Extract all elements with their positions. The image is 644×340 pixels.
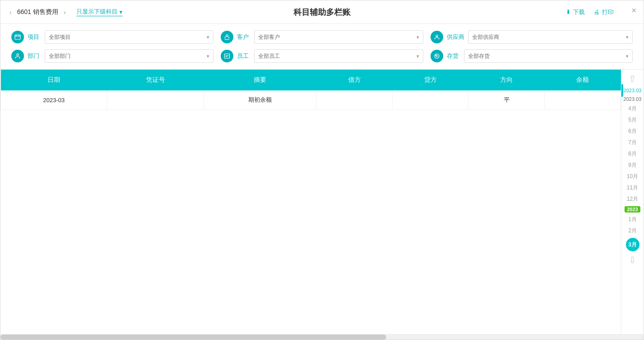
main-window: ‹ 6601 销售费用 › 只显示下级科目 ▾ 科目辅助多栏账 ⬇ 下载 🖨 打… (0, 0, 644, 340)
project-select[interactable]: 全部项目 ▾ (45, 30, 213, 44)
side-nav-month-2[interactable]: 2月 (627, 225, 638, 236)
cell-direction: 平 (469, 90, 545, 110)
cell-date: 2023-03 (1, 90, 107, 110)
side-nav-month-10[interactable]: 10月 (626, 171, 639, 182)
filter-department: 部门 全部部门 ▾ (8, 47, 217, 66)
side-nav-up-button[interactable]: ⇧ (621, 71, 644, 86)
print-label: 打印 (602, 8, 614, 16)
supplier-select[interactable]: 全部供应商 ▾ (468, 30, 633, 44)
department-arrow-icon: ▾ (207, 53, 209, 59)
department-icon (11, 50, 24, 62)
main-table: 日期 凭证号 摘要 借方 贷方 方向 余额 2023-03 期初余额 (0, 70, 621, 334)
show-sub-label: 只显示下级科目 (76, 8, 118, 16)
inventory-label: 存货 (447, 52, 460, 60)
side-nav-selected-period-1[interactable]: 2023.03 (623, 86, 643, 95)
customer-arrow-icon: ▾ (417, 34, 419, 40)
cell-summary: 期初余额 (204, 90, 316, 110)
download-button[interactable]: ⬇ 下载 (566, 8, 585, 16)
nav-prev-button[interactable]: ‹ (8, 8, 14, 17)
svg-point-4 (436, 35, 438, 37)
cell-voucher (107, 90, 204, 110)
side-nav-month-5[interactable]: 5月 (627, 114, 638, 126)
project-icon (11, 31, 24, 43)
col-credit: 贷方 (393, 70, 469, 90)
filter-inventory: 存货 全部存货 ▾ (427, 47, 636, 66)
side-nav-month-1[interactable]: 1月 (627, 214, 638, 225)
employee-arrow-icon: ▾ (417, 53, 419, 59)
col-direction: 方向 (469, 70, 545, 90)
side-nav-month-4[interactable]: 4月 (627, 103, 638, 114)
filter-supplier: 供应商 全部供应商 ▾ (427, 28, 636, 47)
nav-next-button[interactable]: › (62, 8, 68, 17)
filter-customer: 客户 全部客户 ▾ (217, 28, 426, 47)
department-select[interactable]: 全部部门 ▾ (45, 49, 213, 63)
side-nav-month-12[interactable]: 12月 (626, 194, 639, 205)
filter-project: 项目 全部项目 ▾ (8, 28, 217, 47)
close-button[interactable]: × (631, 6, 636, 15)
side-nav-month-9[interactable]: 9月 (627, 160, 638, 171)
cell-debit (316, 90, 392, 110)
inventory-select[interactable]: 全部存货 ▾ (464, 49, 633, 63)
employee-label: 员工 (237, 52, 251, 60)
inventory-value: 全部存货 (468, 52, 490, 60)
side-nav-period-2[interactable]: 2023.03 (623, 95, 643, 103)
scrollbar-thumb[interactable] (0, 335, 386, 340)
col-summary: 摘要 (204, 70, 316, 90)
cell-balance (545, 90, 620, 110)
project-value: 全部项目 (49, 33, 71, 41)
customer-select[interactable]: 全部客户 ▾ (254, 30, 423, 44)
title-right: ⬇ 下载 🖨 打印 (566, 8, 636, 16)
filter-area: 项目 全部项目 ▾ 客户 全部客户 ▾ (0, 24, 644, 70)
table-header-row: 日期 凭证号 摘要 借方 贷方 方向 余额 (1, 70, 621, 90)
side-navigation: ⇧ 2023.03 2023.03 4月 5月 6月 7月 8月 9月 10月 … (621, 70, 644, 334)
col-date: 日期 (1, 70, 107, 90)
print-button[interactable]: 🖨 打印 (594, 8, 614, 16)
title-left: ‹ 6601 销售费用 › 只显示下级科目 ▾ (8, 8, 123, 17)
side-nav-month-7[interactable]: 7月 (627, 137, 638, 148)
employee-value: 全部员工 (258, 52, 280, 60)
department-value: 全部部门 (49, 52, 71, 60)
table-row: 2023-03 期初余额 平 (1, 90, 621, 110)
side-nav-month-6[interactable]: 6月 (627, 126, 638, 137)
employee-select[interactable]: 全部员工 ▾ (254, 49, 423, 63)
ledger-table: 日期 凭证号 摘要 借方 贷方 方向 余额 2023-03 期初余额 (0, 70, 621, 110)
account-code: 6601 销售费用 (17, 8, 58, 16)
svg-rect-0 (15, 35, 20, 39)
employee-icon (221, 50, 233, 62)
supplier-value: 全部供应商 (472, 33, 499, 41)
supplier-arrow-icon: ▾ (626, 34, 629, 40)
side-nav-year-badge[interactable]: 2023 (625, 206, 640, 212)
col-voucher: 凭证号 (107, 70, 204, 90)
supplier-icon (431, 31, 443, 43)
page-title: 科目辅助多栏账 (294, 7, 350, 18)
side-nav-active-month[interactable]: 3月 (626, 238, 639, 251)
title-bar: ‹ 6601 销售费用 › 只显示下级科目 ▾ 科目辅助多栏账 ⬇ 下载 🖨 打… (0, 0, 644, 24)
project-arrow-icon: ▾ (207, 34, 209, 40)
horizontal-scrollbar[interactable] (0, 334, 644, 340)
side-nav-month-8[interactable]: 8月 (627, 148, 638, 160)
svg-point-5 (17, 54, 19, 56)
download-label: 下载 (573, 8, 585, 16)
customer-value: 全部客户 (258, 33, 280, 41)
cell-credit (393, 90, 469, 110)
project-label: 项目 (28, 33, 41, 41)
inventory-arrow-icon: ▾ (626, 53, 629, 59)
svg-rect-6 (225, 54, 230, 58)
customer-label: 客户 (237, 33, 251, 41)
side-nav-down-button[interactable]: ⇩ (621, 253, 644, 267)
print-icon: 🖨 (594, 9, 600, 15)
download-icon: ⬇ (566, 9, 571, 15)
col-debit: 借方 (316, 70, 392, 90)
show-sub-arrow-icon: ▾ (119, 9, 123, 15)
side-nav-month-11[interactable]: 11月 (626, 182, 639, 194)
supplier-label: 供应商 (447, 33, 464, 41)
customer-icon (221, 31, 233, 43)
col-balance: 余额 (545, 70, 620, 90)
filter-employee: 员工 全部员工 ▾ (217, 47, 426, 66)
show-sub-button[interactable]: 只显示下级科目 ▾ (76, 8, 123, 16)
department-label: 部门 (28, 52, 41, 60)
content-area: 日期 凭证号 摘要 借方 贷方 方向 余额 2023-03 期初余额 (0, 70, 644, 334)
inventory-icon (431, 50, 443, 62)
